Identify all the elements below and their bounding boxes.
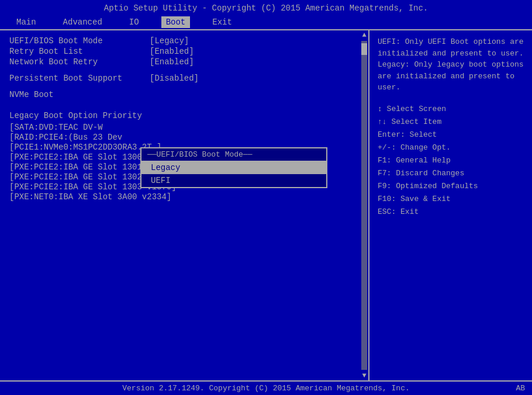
right-panel: UEFI: Only UEFI Boot options are initial…: [368, 30, 532, 380]
setting-nvme-boot[interactable]: NVMe Boot: [9, 90, 351, 99]
scroll-down-arrow[interactable]: ▼: [362, 371, 366, 380]
boot-option-1[interactable]: [RAID:PCIE4:(Bus 23 Dev: [9, 133, 351, 142]
key-change-opt: +/-: Change Opt.: [378, 141, 524, 154]
left-panel: UEFI/BIOS Boot Mode [Legacy] Retry Boot …: [0, 30, 360, 380]
setting-network-boot[interactable]: Network Boot Retry [Enabled]: [9, 57, 351, 67]
setting-label-network: Network Boot Retry: [9, 57, 150, 67]
title-text: Aptio Setup Utility - Copyright (C) 2015…: [104, 4, 429, 13]
bios-screen: Aptio Setup Utility - Copyright (C) 2015…: [0, 0, 532, 395]
menu-bar: MainAdvancedIOBootExit: [0, 15, 532, 29]
key-select-screen: ↕ Select Screen: [378, 103, 524, 116]
title-bar: Aptio Setup Utility - Copyright (C) 2015…: [0, 0, 532, 15]
help-text: UEFI: Only UEFI Boot options are initial…: [378, 37, 524, 92]
footer-ab: AB: [516, 384, 525, 393]
menu-item-main[interactable]: Main: [12, 16, 41, 28]
scrollbar-track[interactable]: [361, 41, 367, 370]
main-content: UEFI/BIOS Boot Mode [Legacy] Retry Boot …: [0, 30, 532, 380]
setting-label-uefi-bios: UEFI/BIOS Boot Mode: [9, 36, 150, 46]
menu-item-io[interactable]: IO: [125, 16, 144, 28]
boot-option-0[interactable]: [SATA:DVD:TEAC DV-W: [9, 123, 351, 132]
scrollbar: ▲ ▼: [360, 30, 368, 380]
menu-item-exit[interactable]: Exit: [208, 16, 237, 28]
key-esc: ESC: Exit: [378, 206, 524, 219]
setting-value-network: [Enabled]: [150, 57, 194, 67]
setting-persistent-boot[interactable]: Persistent Boot Support [Disabled]: [9, 74, 351, 83]
setting-label-persistent: Persistent Boot Support: [9, 74, 150, 83]
key-select-item: ↑↓ Select Item: [378, 116, 524, 129]
scrollbar-thumb[interactable]: [361, 43, 367, 55]
setting-retry-boot[interactable]: Retry Boot List [Enabled]: [9, 47, 351, 56]
footer: Version 2.17.1249. Copyright (C) 2015 Am…: [0, 382, 532, 395]
popup-box: UEFI/BIOS Boot Mode Legacy UEFI: [140, 147, 327, 188]
setting-value-retry: [Enabled]: [150, 47, 194, 56]
key-f7: F7: Discard Changes: [378, 167, 524, 180]
keys-section: ↕ Select Screen ↑↓ Select Item Enter: Se…: [378, 103, 524, 219]
setting-uefi-bios-boot-mode[interactable]: UEFI/BIOS Boot Mode [Legacy]: [9, 36, 351, 46]
boot-section-label: Legacy Boot Option Priority: [9, 111, 351, 120]
setting-label-retry: Retry Boot List: [9, 47, 150, 56]
content-scrollbar: UEFI/BIOS Boot Mode [Legacy] Retry Boot …: [0, 30, 368, 380]
scroll-up-arrow[interactable]: ▲: [362, 30, 366, 40]
help-text-section: UEFI: Only UEFI Boot options are initial…: [378, 36, 524, 93]
boot-option-7[interactable]: [PXE:NET0:IBA XE Slot 3A00 v2334]: [9, 192, 351, 202]
menu-item-advanced[interactable]: Advanced: [58, 16, 107, 28]
popup-option-legacy[interactable]: Legacy: [141, 161, 326, 174]
footer-text: Version 2.17.1249. Copyright (C) 2015 Am…: [122, 384, 409, 393]
setting-label-nvme: NVMe Boot: [9, 90, 150, 99]
key-enter: Enter: Select: [378, 129, 524, 141]
key-f1: F1: General Help: [378, 154, 524, 167]
key-f10: F10: Save & Exit: [378, 193, 524, 206]
popup-overlay: UEFI/BIOS Boot Mode Legacy UEFI: [140, 147, 327, 188]
key-f9: F9: Optimized Defaults: [378, 180, 524, 193]
setting-value-persistent: [Disabled]: [150, 74, 199, 83]
popup-title: UEFI/BIOS Boot Mode: [141, 148, 326, 161]
popup-option-uefi[interactable]: UEFI: [141, 174, 326, 187]
menu-item-boot[interactable]: Boot: [161, 16, 191, 28]
setting-value-uefi-bios: [Legacy]: [150, 36, 189, 46]
